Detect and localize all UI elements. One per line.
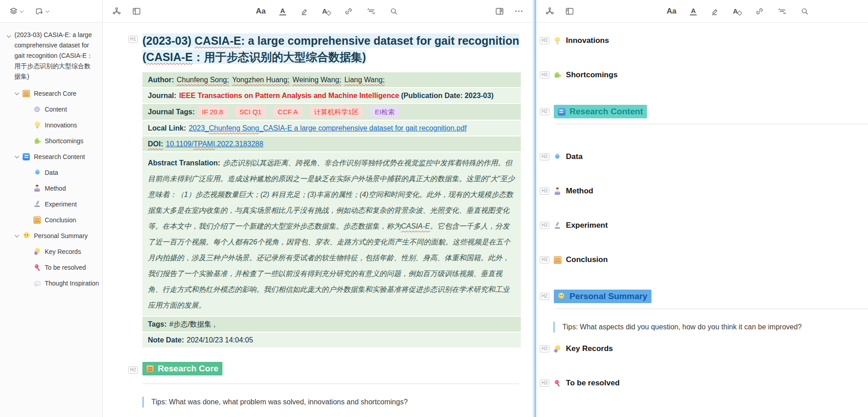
- chevron-down-icon[interactable]: [15, 154, 19, 158]
- heading-gutter-badge: H3: [540, 153, 549, 160]
- highlight-button[interactable]: [709, 6, 720, 17]
- sidebar-item-research-core[interactable]: Research Core: [0, 85, 102, 101]
- search-icon: [800, 7, 809, 16]
- sidebar-item-to-be-resolved[interactable]: To be resolved: [0, 259, 102, 275]
- pane-divider[interactable]: [533, 0, 536, 417]
- sidebar-item-label: Shortcomings: [45, 137, 84, 145]
- raising-hand-icon: [554, 345, 561, 353]
- heading-gutter-badge: H1: [128, 36, 138, 43]
- sidebar-item-label: Innovations: [45, 122, 77, 129]
- layers-icon: [9, 7, 18, 16]
- chevron-down-icon[interactable]: [15, 233, 19, 237]
- repeat-icon: [23, 153, 30, 160]
- heading-gutter-badge: H2: [128, 366, 138, 374]
- clear-format-icon: A: [322, 7, 331, 15]
- local-pdf-link[interactable]: 2023_Chunfeng Song_CASIA-E a large compr…: [189, 124, 467, 132]
- underline-button[interactable]: A: [689, 6, 698, 16]
- sidebar-item-innovations[interactable]: Innovations: [0, 117, 102, 133]
- section-heading: Method: [566, 187, 593, 196]
- scroll-icon: [146, 365, 154, 372]
- sidebar-item-thought-inspiration[interactable]: Thought Inspiration: [0, 275, 102, 291]
- heading-gutter-badge: H2: [540, 108, 549, 115]
- sidebar-item-research-content[interactable]: Research Content: [0, 149, 102, 164]
- link-icon: [344, 7, 353, 16]
- clear-format-button[interactable]: A: [732, 6, 742, 16]
- section-method: H3 Method: [540, 187, 859, 196]
- sidebar-item-method[interactable]: Method: [0, 180, 102, 196]
- divider: [556, 124, 868, 124]
- title-block: H1 (2023-03) CASIA-E: a large comprehens…: [142, 33, 521, 65]
- split-view-button[interactable]: [494, 6, 505, 17]
- scroll-icon: [554, 256, 561, 264]
- link-button[interactable]: [754, 6, 765, 17]
- clear-format-button[interactable]: A: [321, 6, 332, 16]
- author-name: Chunfeng Song;: [177, 76, 229, 84]
- highlight-button[interactable]: [299, 6, 310, 17]
- heading-gutter-badge: H3: [540, 380, 549, 387]
- graph-icon: [545, 7, 554, 16]
- section-data: H3 Data: [540, 152, 859, 161]
- divider: [142, 384, 519, 384]
- chevron-down-icon[interactable]: [15, 90, 19, 95]
- puzzle-icon: [554, 71, 561, 79]
- graph-button[interactable]: [111, 6, 122, 17]
- font-size-button[interactable]: Aa: [255, 6, 267, 17]
- editor-pane-right: Aa A A H3 Innovations H3 Shortcomings: [536, 0, 868, 417]
- section-experiment: H3 Experiment: [540, 221, 859, 230]
- heading-gutter-badge: H3: [540, 187, 549, 195]
- document-tree: (2023-03) CASIA-E: a large comprehensive…: [0, 23, 102, 291]
- document-editor: H1 (2023-03) CASIA-E: a large comprehens…: [103, 23, 533, 417]
- journal-name: IEEE Transactions on Pattern Analysis an…: [179, 92, 399, 99]
- more-button[interactable]: ···: [514, 8, 524, 14]
- sidebar-item-label: Conclusion: [45, 216, 76, 224]
- chevron-down-icon[interactable]: [7, 33, 11, 38]
- panel-icon: [565, 7, 574, 16]
- app-window: (2023-03) CASIA-E: a large comprehensive…: [0, 0, 868, 417]
- sidebar-item-content[interactable]: Content: [0, 101, 102, 117]
- sidebar-item-experiment[interactable]: Experiment: [0, 196, 102, 212]
- editor-toolbar-right: Aa A A: [536, 0, 868, 23]
- tags-value: #步态/数据集 ,: [169, 320, 215, 328]
- pushpin-icon: [33, 264, 41, 271]
- graph-button[interactable]: [544, 6, 555, 17]
- panel-button[interactable]: [564, 6, 575, 17]
- sidebar-item-shortcomings[interactable]: Shortcomings: [0, 133, 102, 149]
- underline-icon: A: [690, 7, 697, 15]
- thinking-face-icon: [558, 293, 566, 300]
- sidebar-item-label: To be resolved: [45, 264, 86, 271]
- export-button[interactable]: [34, 6, 50, 17]
- more-icon: ···: [515, 9, 524, 14]
- sidebar-item-conclusion[interactable]: Conclusion: [0, 212, 102, 228]
- sidebar-item-label: Research Core: [34, 90, 76, 97]
- notebook-switcher-button[interactable]: [8, 6, 24, 17]
- section-heading: Research Content: [554, 105, 647, 118]
- search-button[interactable]: [799, 6, 810, 17]
- quote-button[interactable]: [777, 6, 788, 17]
- sidebar-item-personal-summary[interactable]: Personal Summary: [0, 228, 102, 244]
- sidebar-item-data[interactable]: Data: [0, 164, 102, 180]
- section-key-records: H3 Key Records: [540, 344, 859, 353]
- sidebar-item-label: Data: [45, 169, 58, 176]
- tips-blockquote: Tips: What was done, what problem was so…: [142, 397, 521, 408]
- sidebar-item-document[interactable]: (2023-03) CASIA-E: a large comprehensive…: [0, 29, 102, 85]
- quote-button[interactable]: [366, 6, 377, 17]
- font-size-button[interactable]: Aa: [666, 6, 678, 17]
- journal-tag-badge: EI检索: [370, 106, 399, 117]
- section-shortcomings: H3 Shortcomings: [540, 70, 859, 80]
- author-name: Liang Wang;: [344, 76, 385, 84]
- search-button[interactable]: [388, 6, 399, 17]
- bulb-icon: [554, 37, 561, 45]
- section-heading: Conclusion: [566, 255, 608, 264]
- doi-link[interactable]: 10.1109/TPAMI.2022.3183288: [166, 140, 264, 148]
- scroll-icon: [33, 216, 41, 224]
- tips-blockquote: Tips: What aspects did you question, how…: [553, 322, 859, 333]
- doi-row: DOI:10.1109/TPAMI.2022.3183288: [142, 136, 521, 152]
- bulb-icon: [33, 122, 41, 129]
- underline-button[interactable]: A: [278, 6, 287, 16]
- thinking-face-icon: [23, 232, 30, 239]
- sidebar: (2023-03) CASIA-E: a large comprehensive…: [0, 0, 103, 417]
- panel-button[interactable]: [131, 6, 142, 17]
- sidebar-item-key-records[interactable]: Key Records: [0, 244, 102, 259]
- heading-gutter-badge: H3: [540, 222, 549, 229]
- link-button[interactable]: [343, 6, 354, 17]
